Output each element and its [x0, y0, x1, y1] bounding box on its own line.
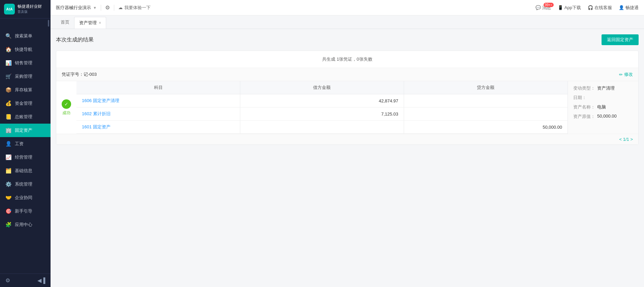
experience-label: 我要体验一下 — [124, 5, 151, 11]
cooperation-icon: 🤝 — [5, 195, 11, 201]
col-header-credit: 贷方金额 — [404, 81, 568, 94]
pagination-control[interactable]: < 1/1 > — [619, 137, 633, 142]
system-icon: ⚙️ — [5, 181, 11, 187]
sidebar-scrollbar[interactable] — [48, 20, 49, 27]
sidebar-item-label: 搜索菜单 — [15, 33, 32, 39]
edit-button[interactable]: ✏ 修改 — [619, 71, 633, 77]
sidebar-item-app-center[interactable]: 🧩 应用中心 — [0, 218, 51, 231]
messages-button[interactable]: 💬 消息 99++ — [535, 5, 551, 11]
company-name: 医疗器械行业演示 — [56, 5, 91, 11]
sidebar-item-label: 基础信息 — [15, 168, 32, 174]
row-credit — [404, 94, 568, 107]
tab-asset-management[interactable]: 资产管理 × — [74, 17, 106, 29]
page-header: 本次生成的结果 返回固定资产 — [56, 34, 639, 45]
row-credit: 50,000.00 — [404, 121, 568, 134]
main-area: 医疗器械行业演示 ▼ ⚙ ☁ 我要体验一下 💬 消息 99++ 📱 App下载 … — [51, 0, 644, 287]
topbar-divider — [101, 5, 101, 11]
sidebar-item-base-info[interactable]: 🗂️ 基础信息 — [0, 164, 51, 178]
home-icon: 🏠 — [5, 46, 11, 53]
success-label: 成功 — [62, 110, 70, 116]
return-button[interactable]: 返回固定资产 — [602, 34, 639, 45]
voucher-main: ✓ 成功 科目 借方金额 贷方金额 — [56, 81, 568, 134]
sidebar-item-sales[interactable]: 📊 销售管理 — [0, 56, 51, 70]
ledger-icon: 📒 — [5, 114, 11, 120]
message-icon: 💬 — [535, 5, 541, 10]
logo-icon: AtA — [4, 4, 15, 14]
sidebar-item-label: 快捷导航 — [15, 46, 32, 53]
funds-icon: 💰 — [5, 100, 11, 106]
sidebar-item-label: 工资 — [15, 141, 24, 147]
row-subject: 1606 固定资产清理 — [76, 94, 240, 107]
sidebar-item-cooperation[interactable]: 🤝 企业协同 — [0, 191, 51, 204]
operations-icon: 📈 — [5, 154, 11, 160]
tab-close-icon[interactable]: × — [99, 21, 101, 25]
sidebar-item-inventory[interactable]: 📦 库存核算 — [0, 83, 51, 97]
service-icon: 🎧 — [588, 5, 593, 10]
collapse-icon[interactable]: ◀▐ — [37, 277, 45, 284]
logo-edition: 普及版 — [18, 9, 42, 14]
sidebar-item-operations[interactable]: 📈 经营管理 — [0, 151, 51, 164]
side-panel: 变动类型： 资产清理 日期： 资产名称： 电脑 资产原值： — [568, 81, 638, 134]
inventory-icon: 📦 — [5, 87, 11, 93]
sidebar-item-funds[interactable]: 💰 资金管理 — [0, 97, 51, 110]
sidebar-item-label: 企业协同 — [15, 195, 32, 201]
table-row: 1602 累计折旧 7,125.03 — [76, 107, 568, 121]
sidebar-item-system[interactable]: ⚙️ 系统管理 — [0, 178, 51, 191]
sales-icon: 📊 — [5, 60, 11, 66]
edit-icon: ✏ — [619, 72, 623, 77]
settings-icon[interactable]: ⚙ — [5, 277, 10, 284]
sidebar-item-search[interactable]: 🔍 搜索菜单 — [0, 29, 51, 43]
sidebar-item-label: 库存核算 — [15, 87, 32, 93]
row-subject: 1602 累计折旧 — [76, 107, 240, 121]
sidebar-item-purchase[interactable]: 🛒 采购管理 — [0, 70, 51, 83]
status-cell: ✓ 成功 — [56, 81, 76, 134]
topbar-divider2 — [114, 5, 114, 11]
row-debit — [240, 121, 404, 134]
guide-icon: 🎯 — [5, 208, 11, 214]
sidebar-item-ledger[interactable]: 📒 总账管理 — [0, 110, 51, 124]
page-title: 本次生成的结果 — [56, 36, 94, 43]
col-header-debit: 借方金额 — [240, 81, 404, 94]
side-original-value: 资产原值： 50,000.00 — [573, 114, 633, 120]
company-selector[interactable]: 医疗器械行业演示 ▼ — [56, 5, 97, 11]
base-info-icon: 🗂️ — [5, 168, 11, 174]
voucher-number: 凭证字号：记-003 — [62, 71, 97, 77]
sidebar: AtA 畅捷通好业财 普及版 🔍 搜索菜单 🏠 快捷导航 📊 销售管理 🛒 采购… — [0, 0, 51, 287]
download-icon: 📱 — [558, 5, 563, 10]
row-debit: 42,874.97 — [240, 94, 404, 107]
tabbar: 首页 资产管理 × — [51, 15, 644, 29]
result-summary: 共生成 1张凭证，0张失败 — [56, 51, 638, 68]
voucher-pagination: < 1/1 > — [56, 134, 638, 145]
service-button[interactable]: 🎧 在线客服 — [588, 5, 612, 11]
change-type-label: 变动类型： — [573, 85, 595, 91]
sidebar-item-guide[interactable]: 🎯 新手引导 — [0, 204, 51, 218]
tab-home[interactable]: 首页 — [56, 17, 74, 29]
voucher-body: ✓ 成功 科目 借方金额 贷方金额 — [56, 81, 638, 134]
sidebar-item-label: 经营管理 — [15, 154, 32, 160]
app-download-button[interactable]: 📱 App下载 — [558, 5, 581, 11]
logo-text: 畅捷通好业财 — [18, 4, 42, 9]
purchase-icon: 🛒 — [5, 73, 11, 79]
gear-icon[interactable]: ⚙ — [105, 4, 110, 11]
sidebar-item-payroll[interactable]: 👤 工资 — [0, 137, 51, 151]
sidebar-item-quicknav[interactable]: 🏠 快捷导航 — [0, 43, 51, 56]
topbar-right: 💬 消息 99++ 📱 App下载 🎧 在线客服 👤 畅捷通 — [535, 5, 639, 11]
tab-asset-label: 资产管理 — [79, 20, 97, 26]
experience-button[interactable]: ☁ 我要体验一下 — [118, 5, 151, 11]
experience-icon: ☁ — [118, 5, 123, 10]
sidebar-item-fixed-assets[interactable]: 🏢 固定资产 — [0, 124, 51, 137]
sidebar-item-label: 应用中心 — [15, 222, 32, 228]
user-button[interactable]: 👤 畅捷通 — [619, 5, 639, 11]
user-label: 畅捷通 — [625, 5, 639, 11]
side-change-type: 变动类型： 资产清理 — [573, 85, 633, 91]
sidebar-item-label: 资金管理 — [15, 100, 32, 106]
sidebar-item-label: 新手引导 — [15, 208, 32, 214]
edit-label: 修改 — [624, 71, 633, 77]
tab-home-label: 首页 — [61, 20, 69, 25]
service-label: 在线客服 — [594, 5, 612, 11]
sidebar-item-label: 总账管理 — [15, 114, 32, 120]
date-label: 日期： — [573, 95, 586, 101]
table-row: 1606 固定资产清理 42,874.97 — [76, 94, 568, 107]
original-value-value: 50,000.00 — [597, 114, 617, 120]
asset-name-label: 资产名称： — [573, 104, 595, 110]
